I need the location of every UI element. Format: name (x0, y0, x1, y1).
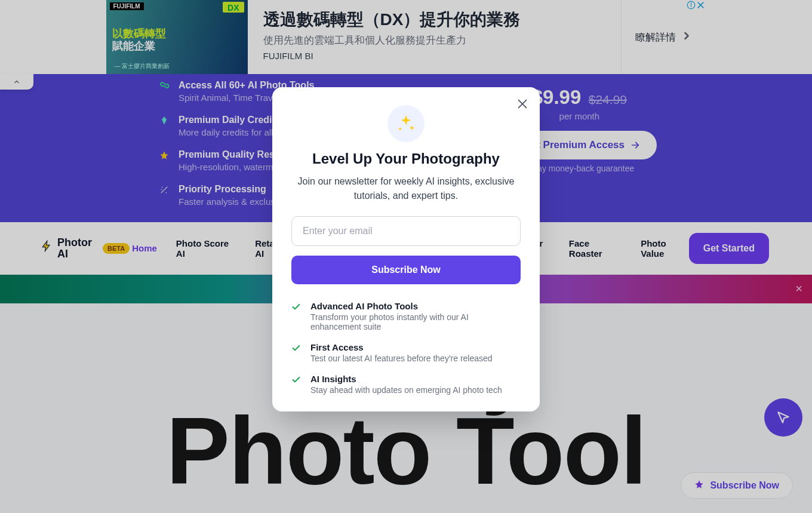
modal-feature-title: First Access (310, 342, 493, 352)
modal-feature: AI Insights Stay ahead with updates on e… (291, 374, 521, 395)
modal-title: Level Up Your Photography (291, 150, 521, 167)
check-icon (291, 374, 302, 395)
sparkles-icon (387, 105, 425, 142)
email-input[interactable] (291, 216, 521, 246)
modal-feature-desc: Test our latest AI features before they'… (310, 354, 493, 363)
modal-close-button[interactable] (516, 96, 529, 115)
modal-feature-title: AI Insights (310, 374, 502, 384)
modal-feature-title: Advanced AI Photo Tools (310, 301, 521, 311)
newsletter-modal: Level Up Your Photography Join our newsl… (272, 87, 540, 411)
modal-feature: First Access Test our latest AI features… (291, 342, 521, 363)
check-icon (291, 342, 302, 363)
check-icon (291, 301, 302, 331)
subscribe-button[interactable]: Subscribe Now (291, 256, 521, 284)
modal-feature-desc: Stay ahead with updates on emerging AI p… (310, 385, 502, 395)
modal-feature: Advanced AI Photo Tools Transform your p… (291, 301, 521, 331)
modal-subtitle: Join our newsletter for weekly AI insigh… (291, 174, 521, 203)
modal-feature-desc: Transform your photos instantly with our… (310, 312, 521, 331)
